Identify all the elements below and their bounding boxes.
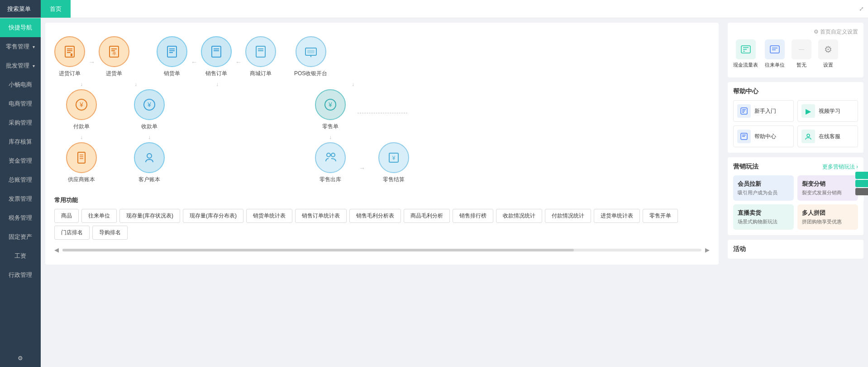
svg-point-50 bbox=[807, 134, 810, 137]
float-btn-community[interactable]: 服务社区 bbox=[855, 180, 868, 187]
help-item-online[interactable]: 在线客服 bbox=[797, 126, 858, 147]
svg-text:¥: ¥ bbox=[392, 155, 396, 161]
scroll-track[interactable] bbox=[62, 249, 701, 251]
node-sc-order[interactable]: 商城订单 bbox=[245, 36, 276, 77]
qa-empty-label: 暂无 bbox=[796, 62, 806, 68]
help-item-video[interactable]: ▶ 视频学习 bbox=[797, 100, 858, 122]
node-ls-out[interactable]: 零售出库 bbox=[303, 142, 358, 184]
node-ls-dan[interactable]: ¥ 零售单 bbox=[303, 89, 358, 130]
qa-item-units[interactable]: 往来单位 bbox=[765, 39, 785, 68]
v-arrows-2: ↓ ↓ ↓ bbox=[54, 134, 710, 140]
mkt-member-desc: 吸引用户成为会员 bbox=[738, 189, 789, 196]
help-item-helpcenter[interactable]: 帮助中心 bbox=[733, 126, 794, 147]
sidebar-item-quick-nav[interactable]: 快捷导航 bbox=[0, 18, 41, 37]
qa-item-empty[interactable]: — 暂无 bbox=[792, 39, 811, 68]
func-btn-order-stat[interactable]: 销售订单统计表 bbox=[295, 209, 347, 223]
help-item-beginner[interactable]: 新手入门 bbox=[733, 100, 794, 122]
mkt-group-desc: 拼团购物享受优惠 bbox=[802, 218, 854, 225]
help-beginner-icon bbox=[737, 104, 751, 118]
sidebar-item-finance[interactable]: 资金管理 bbox=[0, 151, 41, 170]
node-recv[interactable]: ¥ 收款单 bbox=[122, 89, 176, 130]
func-btn-units[interactable]: 往来单位 bbox=[81, 209, 117, 223]
node-xh-dan[interactable]: 销货单 bbox=[157, 36, 187, 77]
func-btn-rank[interactable]: 销售排行榜 bbox=[453, 209, 493, 223]
qa-settings-icon: ⚙ bbox=[818, 39, 838, 59]
sidebar-item-salary[interactable]: 工资 bbox=[0, 246, 41, 266]
scroll-left-arrow[interactable]: ◀ bbox=[54, 246, 59, 253]
sidebar-item-retail[interactable]: 零售管理 ▾ bbox=[0, 37, 41, 56]
sidebar-item-ecommerce[interactable]: 电商管理 bbox=[0, 94, 41, 113]
svg-text:¥: ¥ bbox=[147, 101, 151, 108]
svg-point-33 bbox=[331, 153, 335, 157]
sidebar-item-admin[interactable]: 行政管理 bbox=[0, 266, 41, 285]
sidebar-item-invoice[interactable]: 发票管理 bbox=[0, 189, 41, 208]
qa-item-cashflow[interactable]: 现金流量表 bbox=[733, 39, 758, 68]
mkt-fission-title: 裂变分销 bbox=[802, 180, 854, 188]
svg-rect-40 bbox=[770, 46, 779, 53]
dashed-connector bbox=[358, 113, 407, 113]
node-ls-settle[interactable]: ¥ 零售结算 bbox=[367, 142, 421, 184]
func-btn-purchase-stat[interactable]: 进货单统计表 bbox=[594, 209, 640, 223]
sidebar-item-inventory[interactable]: 库存核算 bbox=[0, 132, 41, 151]
sidebar-item-assets[interactable]: 固定资产 bbox=[0, 227, 41, 246]
node-pay[interactable]: ¥ 付款单 bbox=[54, 89, 109, 130]
help-center: 帮助中心 新手入门 ▶ 视频学习 bbox=[728, 82, 863, 153]
node-customer[interactable]: 客户账本 bbox=[122, 142, 176, 184]
sidebar: 快捷导航 零售管理 ▾ 批发管理 ▾ 小畅电商 电商管理 采购管理 库存核算 资… bbox=[0, 18, 41, 367]
help-video-label: 视频学习 bbox=[819, 107, 840, 115]
sidebar-item-ecommerce-small[interactable]: 小畅电商 bbox=[0, 75, 41, 94]
qa-empty-icon: — bbox=[792, 39, 811, 59]
mkt-live-title: 直播卖货 bbox=[738, 209, 789, 217]
scroll-right-arrow[interactable]: ▶ bbox=[705, 246, 710, 253]
func-btn-guide-rank[interactable]: 导购排名 bbox=[92, 226, 128, 240]
help-video-icon: ▶ bbox=[801, 104, 815, 118]
func-btn-stock1[interactable]: 现存量(库存状况表) bbox=[119, 209, 180, 223]
flow-diagram: 进货订单 → 单 进货单 bbox=[54, 32, 710, 192]
sidebar-item-tax[interactable]: 税务管理 bbox=[0, 208, 41, 227]
quick-nav-card: 进货订单 → 单 进货单 bbox=[45, 23, 719, 265]
sidebar-item-wholesale[interactable]: 批发管理 ▾ bbox=[0, 56, 41, 75]
qa-item-settings[interactable]: ⚙ 设置 bbox=[818, 39, 838, 68]
arrow-3-4: ← bbox=[187, 58, 201, 77]
more-marketing-link[interactable]: 更多营销玩法 › bbox=[822, 163, 858, 171]
func-btn-pay-stat[interactable]: 付款情况统计 bbox=[545, 209, 591, 223]
func-btn-profit1[interactable]: 销售毛利分析表 bbox=[349, 209, 401, 223]
flow-row-3: 供应商账本 客户账本 bbox=[54, 142, 710, 184]
func-btn-retail-order[interactable]: 零售开单 bbox=[643, 209, 678, 223]
float-btn-desktop[interactable]: 桌面快捷 bbox=[855, 188, 868, 195]
search-menu[interactable]: 搜索菜单 bbox=[0, 0, 41, 18]
tab-home[interactable]: 首页 bbox=[41, 0, 71, 18]
arrow-4-5: ← bbox=[232, 58, 245, 77]
node-supplier[interactable]: 供应商账本 bbox=[54, 142, 109, 184]
func-btn-stock2[interactable]: 现存量(库存分布表) bbox=[183, 209, 243, 223]
func-btn-recv-stat[interactable]: 收款情况统计 bbox=[496, 209, 542, 223]
sidebar-item-ledger[interactable]: 总账管理 bbox=[0, 170, 41, 189]
node-jh-order[interactable]: 进货订单 bbox=[54, 36, 85, 77]
node-pos[interactable]: POS收银开台 bbox=[294, 36, 327, 77]
float-btn-service[interactable]: 客服热线 bbox=[855, 172, 868, 179]
node-xs-order[interactable]: 销售订单 bbox=[201, 36, 232, 77]
mkt-group-title: 多人拼团 bbox=[802, 209, 854, 217]
mkt-member-title: 会员拉新 bbox=[738, 180, 789, 188]
svg-rect-15 bbox=[256, 46, 265, 57]
help-online-icon bbox=[801, 130, 815, 143]
sidebar-item-purchase[interactable]: 采购管理 bbox=[0, 113, 41, 132]
qa-cashflow-label: 现金流量表 bbox=[733, 62, 758, 68]
expand-icon[interactable]: ⤢ bbox=[854, 2, 868, 16]
func-btn-profit2[interactable]: 商品毛利分析 bbox=[404, 209, 450, 223]
sidebar-gear-icon[interactable]: ⚙ bbox=[0, 349, 41, 367]
activity-title: 活动 bbox=[733, 245, 858, 253]
node-jh-dan[interactable]: 单 进货单 bbox=[99, 36, 129, 77]
mkt-item-group[interactable]: 多人拼团 拼团购物享受优惠 bbox=[797, 204, 858, 230]
func-btn-sales-stat[interactable]: 销货单统计表 bbox=[246, 209, 292, 223]
mkt-item-fission[interactable]: 裂变分销 裂变式发展分销商 bbox=[797, 175, 858, 201]
qa-units-icon bbox=[765, 39, 785, 59]
qa-settings-label: 设置 bbox=[823, 62, 833, 68]
mkt-item-member[interactable]: 会员拉新 吸引用户成为会员 bbox=[733, 175, 794, 201]
mkt-item-live[interactable]: 直播卖货 场景式购物新玩法 bbox=[733, 204, 794, 230]
func-btn-goods[interactable]: 商品 bbox=[54, 209, 79, 223]
home-settings[interactable]: ⚙ 首页自定义设置 bbox=[733, 28, 858, 36]
help-grid: 新手入门 ▶ 视频学习 帮助中心 bbox=[733, 100, 858, 147]
scroll-bar[interactable]: ◀ ▶ bbox=[54, 244, 710, 256]
func-btn-store-rank[interactable]: 门店排名 bbox=[54, 226, 90, 240]
